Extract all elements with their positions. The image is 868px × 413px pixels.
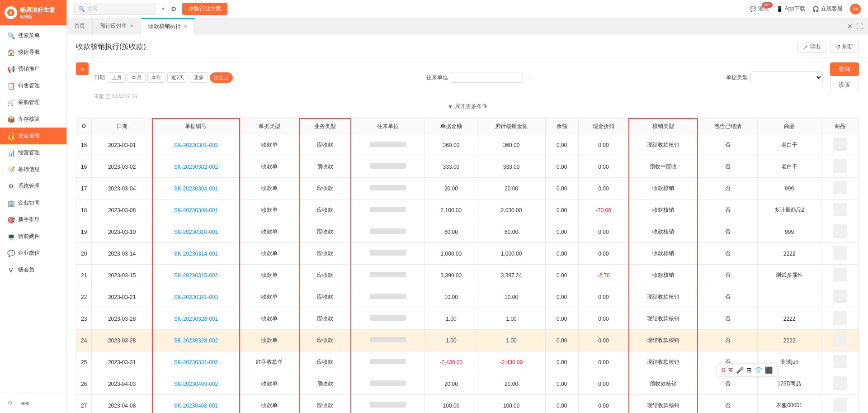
- settings-bottom-btn[interactable]: ⚙: [5, 398, 15, 408]
- cell-discount: 0.00: [578, 221, 629, 243]
- collapse-btn[interactable]: ◀◀: [19, 398, 30, 408]
- date-btn-last-month[interactable]: 上月: [108, 72, 126, 83]
- cell-product2: [821, 265, 859, 286]
- cell-balance: 0.00: [545, 199, 578, 221]
- cell-partner: [351, 373, 425, 395]
- table-row: 18 2023-03-08 SK-20230308-001 收款单 应收款 2,…: [76, 199, 859, 221]
- col-partner: 往来单位: [351, 119, 425, 134]
- gear-icon[interactable]: ⚙: [171, 5, 177, 13]
- finance-icon: 💰: [7, 133, 14, 140]
- export-btn[interactable]: ↗ 导出: [797, 41, 826, 53]
- wechat-icon: 💬: [7, 250, 14, 257]
- date-btn-custom[interactable]: 自定义: [210, 72, 233, 83]
- cell-discount: 0.00: [578, 243, 629, 265]
- cell-biztype: 应收款: [300, 221, 351, 243]
- search-icon: 🔍: [78, 6, 85, 12]
- user-avatar[interactable]: Rit: [850, 4, 861, 14]
- filter-expand-btn[interactable]: »: [76, 62, 89, 75]
- col-balance: 余额: [545, 119, 578, 134]
- cell-product2: [821, 373, 859, 395]
- cell-partner: [351, 286, 425, 308]
- cell-product2: [821, 134, 859, 156]
- sidebar-item-sales[interactable]: 📋 销售管理: [0, 77, 66, 94]
- system-icon: ⚙: [7, 183, 14, 190]
- member-icon: V: [7, 266, 14, 274]
- cell-date: 2023-03-08: [92, 199, 152, 221]
- cell-partner: [351, 178, 425, 199]
- sidebar-item-corp[interactable]: 🏢 企业协同: [0, 195, 66, 211]
- cell-partner: [351, 243, 425, 265]
- cell-verifytype: 现结收款核销: [629, 351, 698, 373]
- tab-receipt[interactable]: 收款核销执行 ✕: [141, 18, 195, 34]
- tab-close-payable[interactable]: ✕: [130, 24, 133, 28]
- sidebar-item-quicknav[interactable]: 🏠 快捷导航: [0, 44, 66, 61]
- query-btn[interactable]: 查询: [830, 62, 859, 76]
- tab-payable[interactable]: 预计应付单 ✕: [93, 18, 141, 34]
- cell-biztype: 应收款: [300, 286, 351, 308]
- expand-conditions-btn[interactable]: ▼ 展开更多条件: [76, 100, 859, 113]
- cell-product2: [821, 243, 859, 265]
- cell-product1: 999: [757, 178, 821, 199]
- cell-product1: 测试多属性: [757, 265, 821, 286]
- cell-amount: 100.00: [425, 395, 477, 413]
- sidebar-item-wechat[interactable]: 💬 企业微信: [0, 245, 66, 261]
- sidebar-item-member[interactable]: V 畅会员: [0, 261, 66, 278]
- cell-partner: [351, 351, 425, 373]
- sidebar-item-operation[interactable]: 📊 经营管理: [0, 144, 66, 161]
- cell-date: 2023-03-14: [92, 243, 152, 265]
- cell-product1: 123D商品: [757, 373, 821, 395]
- date-buttons: 上月 本月 本年 近7天 更多 自定义: [108, 72, 233, 83]
- cell-incl-settled: 否: [698, 265, 757, 286]
- cell-date: 2023-04-03: [92, 373, 152, 395]
- topbar-search[interactable]: 🔍 搜索: [74, 3, 156, 15]
- date-btn-this-year[interactable]: 本年: [147, 72, 165, 83]
- date-btn-this-month[interactable]: 本月: [127, 72, 146, 83]
- cell-cum-amount: 1.00: [477, 330, 545, 351]
- tab-close-receipt[interactable]: ✕: [184, 24, 187, 29]
- date-btn-7days[interactable]: 近7天: [167, 72, 188, 83]
- col-settings[interactable]: ⚙: [76, 119, 92, 134]
- refresh-icon: ↺: [836, 44, 840, 50]
- table-row: 19 2023-03-10 SK-20230310-001 收款单 应收款 60…: [76, 221, 859, 243]
- cell-doctype: 收款单: [240, 286, 300, 308]
- page-header-actions: ↗ 导出 ↺ 刷新: [797, 41, 859, 53]
- doctype-select[interactable]: [750, 71, 823, 83]
- sidebar-item-marketing[interactable]: 📢 营销推广: [0, 61, 66, 77]
- cell-no: 22: [76, 286, 92, 308]
- page-header: 收款核销执行(按收款) ↗ 导出 ↺ 刷新: [67, 34, 868, 58]
- cell-incl-settled: 否: [698, 330, 757, 351]
- cell-cum-amount: 1.00: [477, 308, 545, 330]
- customer-service-btn[interactable]: 🎧 在线客服: [812, 5, 843, 13]
- cell-doctype: 收款单: [240, 156, 300, 178]
- refresh-btn[interactable]: ↺ 刷新: [830, 41, 859, 53]
- tab-home[interactable]: 首页: [67, 18, 93, 34]
- cell-verifytype: 现结收款核销: [629, 308, 698, 330]
- sidebar-item-system[interactable]: ⚙ 系统管理: [0, 178, 66, 195]
- sidebar-item-guide[interactable]: 🎯 新手引导: [0, 211, 66, 228]
- notification-btn[interactable]: 💬 消息 99+: [750, 5, 769, 13]
- cell-discount: 0.00: [578, 373, 629, 395]
- cell-sn: SK-20230328-002: [152, 330, 240, 351]
- cell-no: 21: [76, 265, 92, 286]
- sidebar-item-finance[interactable]: 💰 资金管理: [0, 128, 66, 144]
- sidebar-item-inventory[interactable]: 📦 库存核算: [0, 111, 66, 128]
- partner-input[interactable]: [451, 72, 523, 83]
- cell-balance: 0.00: [545, 178, 578, 199]
- sidebar-item-purchase[interactable]: 🛒 采购管理: [0, 94, 66, 111]
- solution-btn[interactable]: 体验行业方案: [182, 3, 227, 15]
- cell-sn: SK-20230304-001: [152, 178, 240, 199]
- cell-biztype: 应收款: [300, 395, 351, 413]
- filter-settings-btn[interactable]: 设置: [830, 78, 859, 92]
- sidebar-item-hardware[interactable]: 💻 智能硬件: [0, 228, 66, 245]
- avatar-img: Rit: [850, 4, 861, 14]
- maximize-btn[interactable]: ⛶: [856, 23, 863, 30]
- sidebar-item-search[interactable]: 🔍 搜索菜单: [0, 27, 66, 44]
- cell-incl-settled: 否: [698, 351, 757, 373]
- cell-doctype: 收款单: [240, 330, 300, 351]
- close-all-tabs-btn[interactable]: ✕: [847, 23, 853, 30]
- sidebar-item-basic[interactable]: 📝 基础信息: [0, 161, 66, 178]
- search-icon: 🔍: [7, 32, 14, 39]
- date-btn-more[interactable]: 更多: [190, 72, 208, 83]
- cell-product1: 多计量商品2: [757, 199, 821, 221]
- app-download-btn[interactable]: 📱 App下载: [776, 5, 805, 13]
